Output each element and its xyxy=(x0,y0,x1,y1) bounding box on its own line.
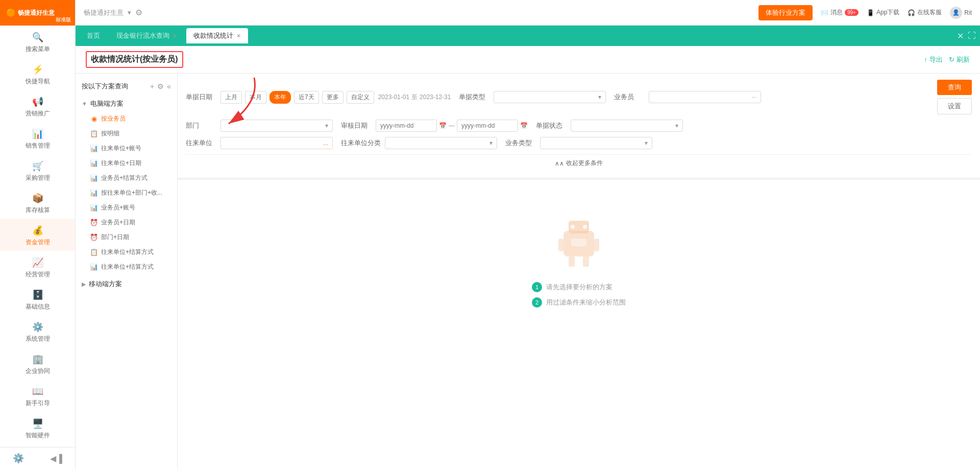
sidebar-item-basicinfo[interactable]: 🗄️ 基础信息 xyxy=(0,283,75,315)
collapse-more-btn[interactable]: ∧∧ 收起更多条件 xyxy=(186,154,972,172)
scheme-item-salesperson-account[interactable]: 📊 业务员+账号 xyxy=(76,200,177,215)
tab-bank-flow[interactable]: 现金银行流水查询 ✕ xyxy=(109,28,184,43)
scheme-item-unit-calc2[interactable]: 📊 往来单位+结算方式 xyxy=(76,260,177,274)
date-btn-last-7days[interactable]: 近7天 xyxy=(294,91,319,104)
refresh-label: 刷新 xyxy=(957,55,970,64)
tab-home[interactable]: 首页 xyxy=(80,28,107,43)
sales-icon: 📊 xyxy=(32,128,43,139)
sidebar-nav: 🔍 搜索菜单 ⚡ 快捷导航 📢 营销推广 📊 销售管理 🛒 采购管理 📦 xyxy=(0,26,75,447)
unit-category-label: 往来单位分类 xyxy=(341,138,381,148)
settings-scheme-icon[interactable]: ⚙ xyxy=(157,82,164,90)
sidebar-item-marketing[interactable]: 📢 营销推广 xyxy=(0,90,75,122)
tab-bank-flow-close[interactable]: ✕ xyxy=(173,33,177,39)
sidebar-item-label: 库存核算 xyxy=(26,206,50,215)
doc-type-select[interactable]: ▾ xyxy=(494,91,606,103)
date-btn-this-month[interactable]: 本月 xyxy=(245,91,266,104)
tab-collection-stats[interactable]: 收款情况统计 ✕ xyxy=(186,28,248,43)
filter-row-3: 往来单位 ... 往来单位分类 ▾ xyxy=(186,137,972,149)
tab-maximize-icon[interactable]: ⛶ xyxy=(968,31,976,40)
scheme-item-unit-account[interactable]: 📊 往来单位+账号 xyxy=(76,141,177,156)
export-btn[interactable]: ↑ 导出 xyxy=(924,55,943,64)
tab-collection-stats-close[interactable]: ✕ xyxy=(236,33,241,39)
scheme-item-salesperson-calc[interactable]: 📊 业务员+结算方式 xyxy=(76,171,177,185)
left-panel-header: 按以下方案查询 + ⚙ « xyxy=(76,79,177,94)
scheme-item-unit-date[interactable]: 📊 往来单位+日期 xyxy=(76,156,177,171)
user-name[interactable]: 👤 Rit xyxy=(950,7,972,19)
date-btn-custom[interactable]: 自定义 xyxy=(347,91,374,104)
salesperson-select[interactable]: ··· xyxy=(649,91,761,103)
scheme-group-mobile-header[interactable]: ▶ 移动端方案 xyxy=(76,276,177,292)
scheme-icon-unit-calc1: 📋 xyxy=(90,248,98,256)
scheme-group-desktop-header[interactable]: ▼ 电脑端方案 xyxy=(76,96,177,111)
sidebar-item-hardware[interactable]: 🖥️ 智能硬件 xyxy=(0,412,75,444)
app-logo: 🟠 畅捷通好生意 标准版 xyxy=(0,0,75,26)
sidebar-item-finance[interactable]: 💰 资金管理 xyxy=(0,219,75,251)
logo-label: 畅捷通好生意 xyxy=(18,9,55,17)
scheme-item-salesperson-date[interactable]: ⏰ 业务员+日期 xyxy=(76,215,177,230)
query-buttons: 查询 设置 xyxy=(937,80,972,114)
sidebar-item-inventory[interactable]: 📦 库存核算 xyxy=(0,186,75,219)
messages-btn[interactable]: ✉️ 消息 99+ xyxy=(821,8,859,17)
empty-steps: 1 请先选择要分析的方案 2 用过滤条件来缩小分析范围 xyxy=(532,282,626,313)
query-btn[interactable]: 查询 xyxy=(937,80,972,95)
biz-type-select[interactable]: ▾ xyxy=(540,137,652,149)
left-panel: 按以下方案查询 + ⚙ « ▼ 电脑端方案 xyxy=(76,74,178,469)
date-btn-more[interactable]: 更多 xyxy=(322,91,344,104)
filter-row-1: 单据日期 上月 本月 本年 近7天 更多 自定义 xyxy=(186,80,972,114)
purchase-icon: 🛒 xyxy=(32,160,43,172)
date-btn-this-year[interactable]: 本年 xyxy=(270,91,291,104)
collapse-panel-icon[interactable]: « xyxy=(167,82,171,90)
sidebar-item-sales[interactable]: 📊 销售管理 xyxy=(0,122,75,154)
scheme-item-salesperson[interactable]: ◉ 按业务员 xyxy=(76,111,177,126)
audit-date-from[interactable] xyxy=(376,120,437,132)
breadcrumb-dropdown-icon[interactable]: ▾ xyxy=(128,9,131,16)
online-service-btn[interactable]: 🎧 在线客服 xyxy=(908,8,942,17)
scheme-label-unit-dept-collect: 按往来单位+部门+收... xyxy=(101,189,162,197)
logo-sub: 标准版 xyxy=(56,16,71,24)
unit-select[interactable]: ... xyxy=(220,137,333,149)
scheme-item-unit-dept-collect[interactable]: 📊 按往来单位+部门+收... xyxy=(76,185,177,200)
left-panel-title: 按以下方案查询 xyxy=(82,82,128,91)
sidebar-item-quicknav[interactable]: ⚡ 快捷导航 xyxy=(0,58,75,90)
scheme-item-dept-date[interactable]: ⏰ 部门+日期 xyxy=(76,230,177,245)
app-download-btn[interactable]: 📱 App下载 xyxy=(867,8,899,17)
svg-rect-6 xyxy=(569,256,575,267)
scheme-item-unit-calc1[interactable]: 📋 往来单位+结算方式 xyxy=(76,245,177,260)
dept-select[interactable]: ▾ xyxy=(220,120,333,132)
sidebar-item-guide[interactable]: 📖 新手引导 xyxy=(0,380,75,412)
add-scheme-icon[interactable]: + xyxy=(150,82,154,90)
sidebar-item-search[interactable]: 🔍 搜索菜单 xyxy=(0,26,75,58)
scheme-icon-dept-date: ⏰ xyxy=(90,233,98,241)
tab-close-all-icon[interactable]: ✕ xyxy=(957,31,964,41)
sidebar-item-enterprise[interactable]: 🏢 企业协同 xyxy=(0,347,75,380)
topbar-settings-icon[interactable]: ⚙ xyxy=(135,8,142,17)
svg-point-2 xyxy=(571,225,575,229)
svg-rect-5 xyxy=(594,239,599,251)
sidebar-item-purchase[interactable]: 🛒 采购管理 xyxy=(0,154,75,186)
industry-btn[interactable]: 体验行业方案 xyxy=(758,5,813,20)
sidebar-item-label: 营销推广 xyxy=(26,109,50,118)
filter-row-2: 部门 ▾ 审核日期 📅 xyxy=(186,120,972,132)
settings-footer-icon[interactable]: ⚙️ xyxy=(13,453,24,464)
audit-date-sep: — xyxy=(449,122,455,129)
refresh-icon: ↻ xyxy=(949,56,954,63)
unit-category-select[interactable]: ▾ xyxy=(385,137,497,149)
scheme-group-mobile-label: 移动端方案 xyxy=(89,279,122,289)
date-btn-last-month[interactable]: 上月 xyxy=(220,91,242,104)
sidebar-item-label: 新手引导 xyxy=(26,399,50,408)
sidebar-item-operations[interactable]: 📈 经营管理 xyxy=(0,251,75,283)
sidebar-item-system[interactable]: ⚙️ 系统管理 xyxy=(0,315,75,347)
calendar-icon-to[interactable]: 📅 xyxy=(520,122,528,129)
operations-icon: 📈 xyxy=(32,257,43,268)
scheme-item-detail[interactable]: 📋 按明细 xyxy=(76,126,177,141)
collapse-sidebar-icon[interactable]: ◀▐ xyxy=(50,454,62,463)
settings-btn[interactable]: 设置 xyxy=(937,98,972,114)
unit-more-icon[interactable]: ... xyxy=(323,139,328,147)
calendar-icon-from[interactable]: 📅 xyxy=(439,122,447,129)
tab-bank-flow-label: 现金银行流水查询 xyxy=(116,31,169,40)
doc-status-select[interactable]: ▾ xyxy=(571,120,683,132)
doc-type-dropdown-icon: ▾ xyxy=(598,93,601,101)
page-header-actions: ↑ 导出 ↻ 刷新 xyxy=(924,55,970,64)
refresh-btn[interactable]: ↻ 刷新 xyxy=(949,55,970,64)
audit-date-to[interactable] xyxy=(457,120,518,132)
